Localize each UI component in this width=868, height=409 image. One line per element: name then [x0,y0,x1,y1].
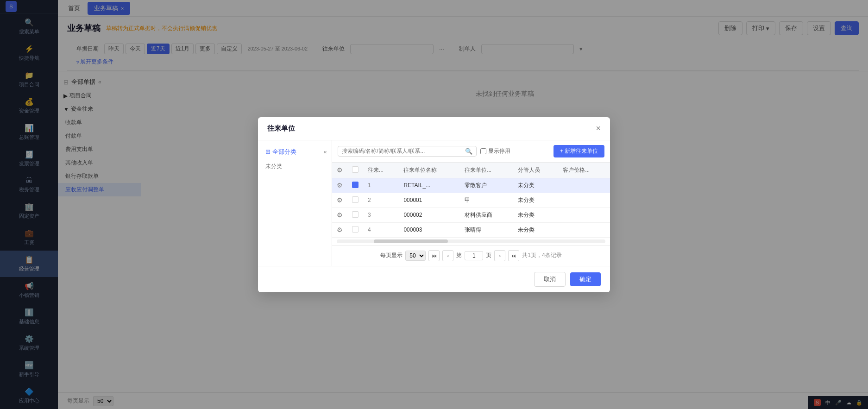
row-manager-2 [558,208,610,222]
th-manager: 分管人员 [513,163,558,178]
dialog-search-box: 🔍 [338,146,477,157]
row-setting-1: ⚙ [332,193,347,208]
th-code: 往来... [363,163,399,178]
dialog-close-button[interactable]: × [596,124,601,133]
row-check-0[interactable] [347,178,363,193]
dialog-pagination: 每页显示 50 ⏮ ‹ 第 页 › ⏭ 共1页，4条记录 [332,245,610,266]
next-page-button[interactable]: › [494,250,505,261]
dialog-footer: 取消 确定 [258,266,610,292]
row-checkbox-1[interactable] [352,196,359,203]
dialog-table: ⚙ 往来... 往来单位名称 往来单位... 分管人员 客户价格... [332,163,610,238]
dialog-toolbar: 🔍 显示停用 + 新增往来单位 [332,140,610,163]
category-unclassified[interactable]: 未分类 [258,160,332,173]
dialog-category-panel: ⊞ 全部分类 « 未分类 [258,140,332,266]
row-code-1: 000001 [399,193,460,208]
row-checkbox-3[interactable] [352,226,359,233]
page-label: 第 [456,252,462,259]
table-row[interactable]: ⚙ 1 RETAIL_... 零散客户 未分类 [332,178,610,193]
row-category-2: 未分类 [513,208,558,222]
show-disabled-text: 显示停用 [488,147,510,155]
row-gear-icon: ⚙ [337,182,343,189]
add-partner-button[interactable]: + 新增往来单位 [554,145,604,157]
row-check-2[interactable] [347,208,363,222]
row-num-1: 2 [363,193,399,208]
dialog-right-panel: 🔍 显示停用 + 新增往来单位 ⚙ [332,140,610,266]
show-disabled-checkbox[interactable] [480,148,486,154]
row-setting-2: ⚙ [332,208,347,222]
row-gear-icon: ⚙ [337,211,343,219]
row-num-0: 1 [363,178,399,193]
row-manager-1 [558,193,610,208]
table-row[interactable]: ⚙ 4 000003 张晴得 未分类 [332,222,610,237]
per-page-label: 每页显示 [380,252,403,259]
row-gear-icon: ⚙ [337,196,343,204]
cancel-button[interactable]: 取消 [534,272,566,287]
table-row[interactable]: ⚙ 2 000001 甲 未分类 [332,193,610,208]
th-price: 客户价格... [558,163,610,178]
row-name-1: 甲 [460,193,513,208]
row-checkbox-2[interactable] [352,211,359,218]
page-suffix: 页 [486,252,491,259]
horizontal-scrollbar[interactable] [337,239,605,243]
th-name: 往来单位名称 [399,163,460,178]
all-category-button[interactable]: ⊞ 全部分类 [260,144,302,160]
row-code-2: 000002 [399,208,460,222]
row-code-0: RETAIL_... [399,178,460,193]
row-num-2: 3 [363,208,399,222]
scrollbar-thumb [374,239,448,243]
row-gear-icon: ⚙ [337,226,343,233]
row-code-3: 000003 [399,222,460,237]
th-setting: ⚙ [332,163,347,178]
partner-dialog: 往来单位 × ⊞ 全部分类 « 未分类 [258,117,610,292]
pagination-total: 共1页，4条记录 [522,252,561,259]
dialog-left-collapse-button[interactable]: « [321,148,330,155]
grid-icon: ⊞ [265,148,270,155]
row-check-1[interactable] [347,193,363,208]
row-setting-3: ⚙ [332,222,347,237]
row-checkbox-0[interactable] [352,182,359,188]
th-check [347,163,363,178]
row-name-0: 零散客户 [460,178,513,193]
all-category-label: 全部分类 [272,148,296,156]
first-page-button[interactable]: ⏮ [428,250,440,261]
table-row[interactable]: ⚙ 3 000002 材料供应商 未分类 [332,208,610,222]
modal-overlay[interactable]: 往来单位 × ⊞ 全部分类 « 未分类 [0,0,868,409]
dialog-header: 往来单位 × [258,117,610,140]
row-manager-0 [558,178,610,193]
partner-table: ⚙ 往来... 往来单位名称 往来单位... 分管人员 客户价格... [332,163,610,238]
row-category-3: 未分类 [513,222,558,237]
row-name-2: 材料供应商 [460,208,513,222]
row-manager-3 [558,222,610,237]
page-input[interactable] [465,251,483,260]
per-page-select[interactable]: 50 [405,251,426,261]
dialog-search-input[interactable] [342,148,463,154]
show-disabled-label[interactable]: 显示停用 [480,147,510,155]
last-page-button[interactable]: ⏭ [508,250,519,261]
header-checkbox[interactable] [352,166,359,173]
dialog-search-icon: 🔍 [465,148,472,155]
row-name-3: 张晴得 [460,222,513,237]
gear-icon: ⚙ [337,166,343,174]
th-category: 往来单位... [460,163,513,178]
row-category-1: 未分类 [513,193,558,208]
prev-page-button[interactable]: ‹ [442,250,453,261]
row-setting-0: ⚙ [332,178,347,193]
confirm-button[interactable]: 确定 [570,272,601,286]
dialog-body: ⊞ 全部分类 « 未分类 🔍 [258,140,610,266]
dialog-title: 往来单位 [267,124,295,133]
row-category-0: 未分类 [513,178,558,193]
row-check-3[interactable] [347,222,363,237]
table-header-row: ⚙ 往来... 往来单位名称 往来单位... 分管人员 客户价格... [332,163,610,178]
row-num-3: 4 [363,222,399,237]
